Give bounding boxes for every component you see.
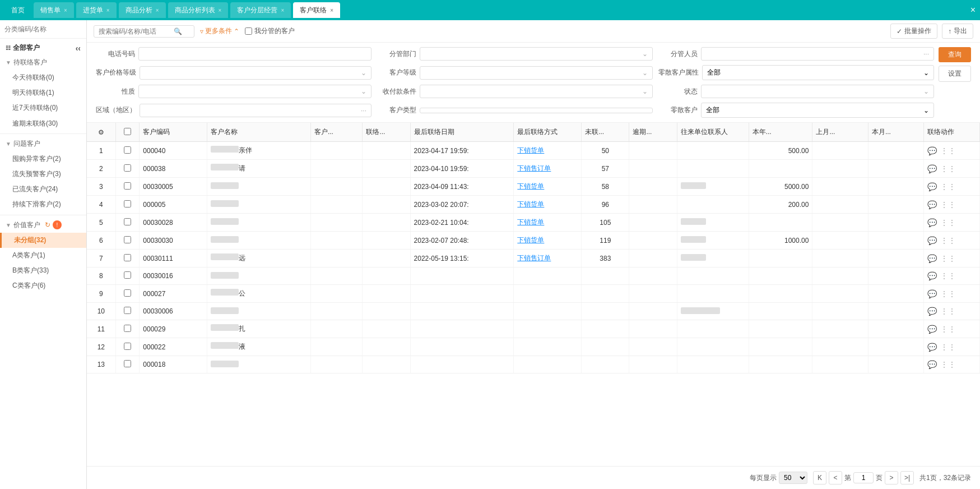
cell-last-contact-method[interactable] [514,338,582,356]
close-sales-tab[interactable]: × [64,7,67,13]
close-contact-tab[interactable]: × [330,7,333,13]
cell-check[interactable] [115,303,140,320]
chat-icon[interactable]: 💬 [927,146,937,155]
sidebar-item-churn-warn[interactable]: 流失预警客户(3) [0,167,86,182]
more-actions-icon[interactable]: ⋮⋮ [940,360,956,369]
contact-method-link[interactable]: 下销货单 [517,218,544,226]
select-all-checkbox[interactable] [124,128,131,135]
cell-last-contact-method[interactable]: 下销售订单 [514,160,582,178]
nav-tab-analysis[interactable]: 商品分析 × [119,2,166,18]
cell-check[interactable] [115,142,140,160]
cell-last-contact-method[interactable]: 下销货单 [514,142,582,160]
cell-check[interactable] [115,160,140,178]
close-segment-tab[interactable]: × [281,7,284,13]
chat-icon[interactable]: 💬 [927,254,937,263]
row-checkbox[interactable] [124,182,131,190]
nav-tab-analysis-list[interactable]: 商品分析列表 × [168,2,229,18]
row-checkbox[interactable] [124,343,131,350]
contact-method-link[interactable]: 下销货单 [517,200,544,208]
more-actions-icon[interactable]: ⋮⋮ [940,146,956,155]
cell-check[interactable] [115,250,140,267]
row-checkbox[interactable] [124,254,131,261]
row-checkbox[interactable] [124,289,131,297]
more-actions-icon[interactable]: ⋮⋮ [940,271,956,280]
nav-tab-sales[interactable]: 销售单 × [34,2,74,18]
first-page-btn[interactable]: K [813,471,826,485]
cell-last-contact-method[interactable]: 下销货单 [514,196,582,214]
row-checkbox[interactable] [124,360,131,367]
close-purchase-tab[interactable]: × [106,7,110,13]
chat-icon[interactable]: 💬 [927,343,937,352]
chat-icon[interactable]: 💬 [927,218,937,227]
sidebar-search-input[interactable] [4,25,87,33]
contact-method-link[interactable]: 下销货单 [517,146,544,154]
cell-check[interactable] [115,320,140,338]
customer-level-select[interactable]: ⌄ [420,66,653,80]
dept-select[interactable]: ⌄ [420,47,653,61]
sidebar-item-tomorrow[interactable]: 明天待联络(1) [0,85,86,100]
row-checkbox[interactable] [124,200,131,207]
cell-check[interactable] [115,338,140,356]
chat-icon[interactable]: 💬 [927,236,937,245]
more-actions-icon[interactable]: ⋮⋮ [940,182,956,191]
more-actions-icon[interactable]: ⋮⋮ [940,164,956,173]
row-checkbox[interactable] [124,325,131,332]
contact-method-link[interactable]: 下销售订单 [517,254,551,262]
filter-search-box[interactable]: 🔍 [94,25,194,38]
row-checkbox[interactable] [124,164,131,172]
cell-check[interactable] [115,178,140,196]
manager-select[interactable]: ··· [701,47,934,61]
last-page-btn[interactable]: >| [900,471,914,485]
cell-check[interactable] [115,214,140,232]
query-button[interactable]: 查询 [939,47,971,62]
cell-last-contact-method[interactable]: 下销货单 [514,232,582,250]
nav-tab-customer-contact[interactable]: 客户联络 × [293,2,340,18]
more-actions-icon[interactable]: ⋮⋮ [940,289,956,298]
more-conditions-btn[interactable]: ▿ 更多条件 ⌃ [200,26,239,36]
my-customers-check[interactable] [245,27,252,35]
payment-select[interactable]: ⌄ [420,85,653,98]
page-number-input[interactable] [853,472,874,483]
batch-operations-btn[interactable]: ✓ 批量操作 [890,24,937,39]
nav-tab-home[interactable]: 首页 [4,2,31,18]
main-search-input[interactable] [99,27,171,35]
cell-last-contact-method[interactable] [514,356,582,373]
value-group[interactable]: ▼ 价值客户 ↻ ! [0,218,86,233]
sidebar-item-overdue[interactable]: 逾期未联络(30) [0,116,86,131]
cell-last-contact-method[interactable]: 下销货单 [514,178,582,196]
sidebar-collapse-btn[interactable]: ‹‹ [76,44,81,53]
chat-icon[interactable]: 💬 [927,200,937,209]
more-actions-icon[interactable]: ⋮⋮ [940,200,956,209]
cell-last-contact-method[interactable] [514,303,582,320]
chat-icon[interactable]: 💬 [927,307,937,316]
col-check-header[interactable] [115,123,140,142]
cell-check[interactable] [115,285,140,303]
more-actions-icon[interactable]: ⋮⋮ [940,343,956,352]
sidebar-item-class-c[interactable]: C类客户(6) [0,278,86,293]
cell-check[interactable] [115,232,140,250]
more-actions-icon[interactable]: ⋮⋮ [940,254,956,263]
cell-check[interactable] [115,356,140,373]
cell-last-contact-method[interactable] [514,285,582,303]
cell-check[interactable] [115,196,140,214]
sidebar-item-ungroup[interactable]: 未分组(32) [0,233,86,248]
cell-last-contact-method[interactable] [514,320,582,338]
cell-last-contact-method[interactable] [514,267,582,285]
close-all-tabs[interactable]: × [970,5,976,15]
cell-check[interactable] [115,267,140,285]
row-checkbox[interactable] [124,236,131,243]
region-select[interactable]: ··· [140,104,371,117]
prev-page-btn[interactable]: < [829,471,842,485]
page-size-select-input[interactable]: 50 100 [779,472,807,484]
export-btn[interactable]: ↑ 导出 [942,24,973,39]
row-checkbox[interactable] [124,271,131,279]
chat-icon[interactable]: 💬 [927,182,937,191]
problem-group[interactable]: ▼ 问题客户 [0,136,86,151]
refresh-icon[interactable]: ↻ [45,221,50,229]
pending-group[interactable]: ▼ 待联络客户 [0,55,86,70]
more-actions-icon[interactable]: ⋮⋮ [940,218,956,227]
sidebar-item-today[interactable]: 今天待联络(0) [0,70,86,85]
row-checkbox[interactable] [124,307,131,314]
cell-last-contact-method[interactable]: 下销售订单 [514,250,582,267]
price-level-select[interactable]: ⌄ [140,66,371,80]
